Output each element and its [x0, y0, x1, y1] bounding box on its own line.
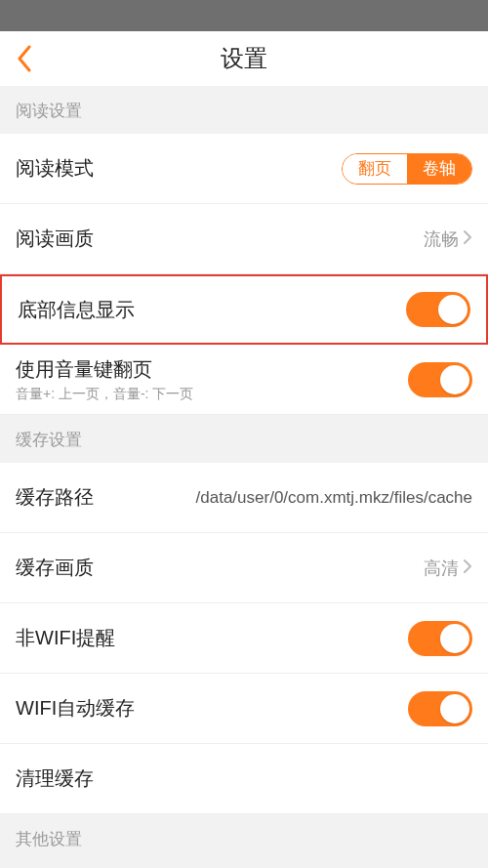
- settings-scroll[interactable]: 阅读设置 阅读模式 翻页 卷轴 阅读画质 流畅 底部信息显示 使用音量键翻页: [0, 86, 488, 868]
- wifi-autocache-label: WIFI自动缓存: [16, 695, 135, 722]
- cache-path-label: 缓存路径: [16, 484, 94, 511]
- nonwifi-alert-toggle[interactable]: [408, 621, 472, 656]
- reading-mode-segmented: 翻页 卷轴: [342, 153, 472, 185]
- bottom-info-toggle[interactable]: [406, 292, 470, 327]
- row-clear-cache[interactable]: 清理缓存: [0, 744, 488, 814]
- volume-flip-label: 使用音量键翻页: [16, 356, 193, 383]
- section-cache-header: 缓存设置: [0, 415, 488, 463]
- volume-flip-toggle[interactable]: [408, 362, 472, 397]
- reading-quality-value: 流畅: [424, 227, 459, 251]
- row-cache-path[interactable]: 缓存路径 /data/user/0/com.xmtj.mkz/files/cac…: [0, 463, 488, 533]
- reading-mode-scroll[interactable]: 卷轴: [407, 154, 471, 184]
- chevron-right-icon: [463, 558, 472, 578]
- back-chevron-icon: [16, 45, 33, 72]
- nonwifi-alert-label: 非WIFI提醒: [16, 625, 115, 651]
- row-reading-quality[interactable]: 阅读画质 流畅: [0, 204, 488, 274]
- cache-path-value: /data/user/0/com.xmtj.mkz/files/cache: [196, 488, 472, 508]
- row-wifi-autocache: WIFI自动缓存: [0, 674, 488, 744]
- page-title: 设置: [0, 43, 488, 74]
- bottom-info-label: 底部信息显示: [18, 297, 135, 323]
- row-reading-mode: 阅读模式 翻页 卷轴: [0, 134, 488, 204]
- status-bar: [0, 0, 488, 31]
- back-button[interactable]: [10, 44, 39, 73]
- row-volume-flip: 使用音量键翻页 音量+: 上一页，音量-: 下一页: [0, 345, 488, 415]
- clear-cache-label: 清理缓存: [16, 765, 94, 792]
- section-other-header: 其他设置: [0, 814, 488, 862]
- row-bottom-info: 底部信息显示: [0, 274, 488, 345]
- reading-mode-flip[interactable]: 翻页: [343, 154, 407, 184]
- row-nonwifi-alert: 非WIFI提醒: [0, 603, 488, 674]
- volume-flip-sub: 音量+: 上一页，音量-: 下一页: [16, 386, 193, 403]
- reading-mode-label: 阅读模式: [16, 155, 94, 182]
- wifi-autocache-toggle[interactable]: [408, 691, 472, 726]
- chevron-right-icon: [463, 229, 472, 249]
- header: 设置: [0, 31, 488, 86]
- reading-quality-label: 阅读画质: [16, 226, 94, 252]
- row-cache-quality[interactable]: 缓存画质 高清: [0, 533, 488, 603]
- cache-quality-value: 高清: [424, 557, 459, 580]
- section-reading-header: 阅读设置: [0, 86, 488, 134]
- cache-quality-label: 缓存画质: [16, 555, 94, 581]
